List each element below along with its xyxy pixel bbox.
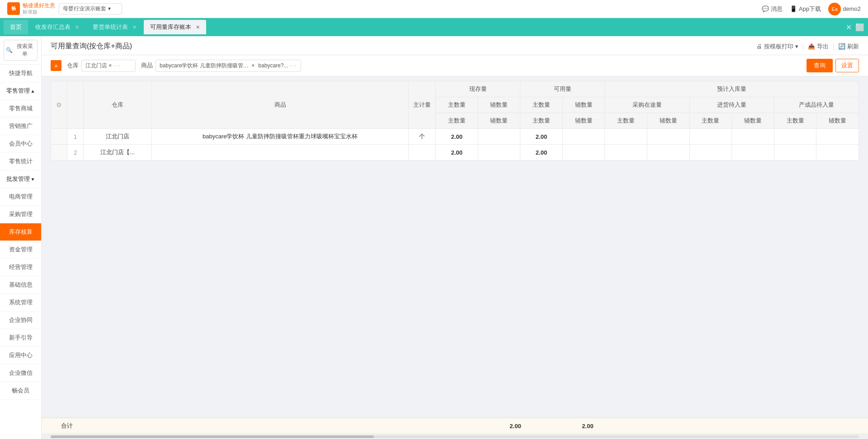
- table-footer: 合计 2.00 2.00: [42, 417, 868, 434]
- app-download-label: App下载: [799, 5, 821, 13]
- row-available-main: 2.00: [520, 129, 563, 145]
- tab-purchaselist[interactable]: 要货单统计表 ✕: [86, 20, 143, 34]
- top-bar-right: 💬 消息 📱 App下载 Ea demo2: [762, 3, 861, 15]
- warehouse-more[interactable]: ···: [113, 62, 121, 69]
- tab-restore-btn[interactable]: ⬜: [855, 23, 864, 32]
- print-btn[interactable]: 🖨 按模板打印 ▾: [756, 42, 798, 51]
- sidebar-item-enterprise[interactable]: 企业协同: [0, 312, 41, 329]
- sidebar-item-finance[interactable]: 资金管理: [0, 241, 41, 259]
- product-input[interactable]: babycare学饮杯 儿童防摔防撞吸管杯重力球吸嘴杯宝宝水杯 × babyca…: [156, 60, 301, 72]
- top-bar: 畅 畅捷通好生意 标准版 母婴行业演示账套 ▾ 💬 消息 📱 App下载 Ea …: [0, 0, 868, 18]
- top-bar-left: 畅 畅捷通好生意 标准版 母婴行业演示账套 ▾: [7, 2, 122, 15]
- sidebar-item-purchase[interactable]: 采购管理: [0, 206, 41, 223]
- th-incoming-sub: 辅数量: [732, 113, 774, 129]
- row-incoming-sub: [732, 145, 774, 160]
- sidebar-item-member-center-label: 会员中心: [9, 140, 33, 148]
- footer-stock-main: 2.00: [497, 423, 533, 430]
- product-more[interactable]: ···: [290, 62, 297, 69]
- sidebar-item-quick-nav[interactable]: 快捷导航: [0, 65, 41, 82]
- industry-selector[interactable]: 母婴行业演示账套 ▾: [59, 3, 122, 14]
- app-download-btn[interactable]: 📱 App下载: [790, 5, 821, 13]
- warehouse-label: 仓库: [67, 61, 79, 70]
- tab-receivepay-label: 收发存汇总表: [35, 23, 71, 31]
- page-header: 可用量查询(按仓库+商品) 🖨 按模板打印 ▾ 📤 导出 🔄 刷新: [42, 36, 868, 55]
- content-area: 可用量查询(按仓库+商品) 🖨 按模板打印 ▾ 📤 导出 🔄 刷新: [42, 36, 868, 439]
- sidebar-item-ecommerce[interactable]: 电商管理: [0, 188, 41, 206]
- sidebar-item-inventory-check[interactable]: 库存核算: [0, 223, 41, 241]
- sidebar-item-vip[interactable]: 畅会员: [0, 382, 41, 400]
- product-tag-1-close[interactable]: ×: [251, 62, 255, 68]
- warehouse-filter: 仓库 江北门店 × ···: [67, 60, 136, 72]
- message-icon: 💬: [762, 5, 769, 12]
- table-row: 2 江北门店【... 2.00 2.00: [51, 145, 859, 160]
- sidebar-item-finance-label: 资金管理: [9, 245, 33, 254]
- row-product: [152, 145, 409, 160]
- brand-icon: 畅: [7, 2, 20, 15]
- warehouse-input[interactable]: 江北门店 × ···: [81, 60, 136, 72]
- sidebar-item-operations[interactable]: 经营管理: [0, 259, 41, 276]
- scrollbar-thumb[interactable]: [51, 435, 374, 438]
- table-area: ⚙ 仓库 商品 主计量 现存量 可用量 预计入库量 主数量 辅数量 主数量: [42, 76, 868, 417]
- th-stock-sub: 辅数量: [478, 97, 520, 113]
- user-profile[interactable]: Ea demo2: [828, 3, 861, 15]
- row-purchase-sub: [647, 145, 689, 160]
- query-btn[interactable]: 查询: [807, 59, 833, 72]
- tab-receivepay-close[interactable]: ✕: [75, 24, 79, 30]
- sidebar: 🔍 搜索菜单 快捷导航 零售管理 ▲ 零售商城 营销推广 会员中心 零售统计 批…: [0, 36, 42, 439]
- search-menu-btn[interactable]: 🔍 搜索菜单: [4, 40, 38, 61]
- sidebar-item-newbie[interactable]: 新手引导: [0, 329, 41, 347]
- sidebar-item-marketing[interactable]: 营销推广: [0, 118, 41, 135]
- sidebar-item-system-label: 系统管理: [9, 298, 33, 307]
- row-produced-main: [774, 145, 816, 160]
- sidebar-item-enterprise-label: 企业协同: [9, 316, 33, 324]
- th-produced-main: 主数量: [774, 113, 816, 129]
- sidebar-item-enterprise-wx[interactable]: 企业微信: [0, 364, 41, 382]
- sidebar-item-system[interactable]: 系统管理: [0, 294, 41, 312]
- row-unit: 个: [409, 129, 436, 145]
- row-incoming-sub: [732, 129, 774, 145]
- footer-inner: 合计 2.00 2.00: [51, 422, 859, 430]
- tab-purchaselist-close[interactable]: ✕: [132, 24, 137, 30]
- tab-receivepay[interactable]: 收发存汇总表 ✕: [29, 20, 85, 34]
- tab-close-all-btn[interactable]: ✕: [846, 23, 852, 32]
- sidebar-search-area: 🔍 搜索菜单: [0, 36, 41, 65]
- main-layout: 🔍 搜索菜单 快捷导航 零售管理 ▲ 零售商城 营销推广 会员中心 零售统计 批…: [0, 36, 868, 439]
- row-produced-main: [774, 129, 816, 145]
- tab-inventory[interactable]: 可用量库存账本 ✕: [144, 20, 206, 34]
- footer-label: 合计: [51, 422, 83, 430]
- th-purchase-main: 主数量: [605, 113, 647, 129]
- row-purchase-main: [605, 145, 647, 160]
- th-available-sub-2: 辅数量: [562, 113, 605, 129]
- th-unit: 主计量: [409, 81, 436, 129]
- row-product: babycare学饮杯 儿童防摔防撞吸管杯重力球吸嘴杯宝宝水杯: [152, 129, 409, 145]
- refresh-btn[interactable]: 🔄 刷新: [838, 42, 859, 51]
- th-stock-main: 主数量: [436, 97, 478, 113]
- sidebar-item-retail-stats[interactable]: 零售统计: [0, 153, 41, 170]
- sidebar-item-basics[interactable]: 基础信息: [0, 276, 41, 294]
- sidebar-item-app-center[interactable]: 应用中心: [0, 347, 41, 364]
- tab-home[interactable]: 首页: [4, 20, 28, 34]
- th-gear[interactable]: ⚙: [51, 81, 67, 129]
- th-available-sub: 辅数量: [562, 97, 605, 113]
- setting-btn[interactable]: 设置: [835, 59, 859, 72]
- sidebar-item-newbie-label: 新手引导: [9, 334, 33, 342]
- filter-expand-btn[interactable]: »: [51, 60, 61, 71]
- sidebar-item-member-center[interactable]: 会员中心: [0, 135, 41, 153]
- gear-icon: ⚙: [56, 101, 62, 109]
- row-incoming-main: [689, 129, 732, 145]
- warehouse-tag-close[interactable]: ×: [108, 62, 112, 69]
- th-available-group: 可用量: [520, 81, 605, 97]
- horizontal-scrollbar[interactable]: [42, 434, 868, 439]
- th-forecast-group: 预计入库量: [605, 81, 859, 97]
- row-stock-main: 2.00: [436, 129, 478, 145]
- message-btn[interactable]: 💬 消息: [762, 5, 783, 13]
- sidebar-item-retail-mgmt[interactable]: 零售管理 ▲: [0, 82, 41, 100]
- tab-inventory-close[interactable]: ✕: [196, 24, 200, 30]
- sidebar-item-retail-mall[interactable]: 零售商城: [0, 100, 41, 118]
- th-available-main: 主数量: [520, 97, 563, 113]
- th-product: 商品: [152, 81, 409, 129]
- th-produced-group: 产成品待入量: [774, 97, 859, 113]
- export-btn[interactable]: 📤 导出: [808, 42, 829, 51]
- row-available-sub: [562, 145, 605, 160]
- sidebar-item-wholesale-mgmt[interactable]: 批发管理 ▼: [0, 170, 41, 188]
